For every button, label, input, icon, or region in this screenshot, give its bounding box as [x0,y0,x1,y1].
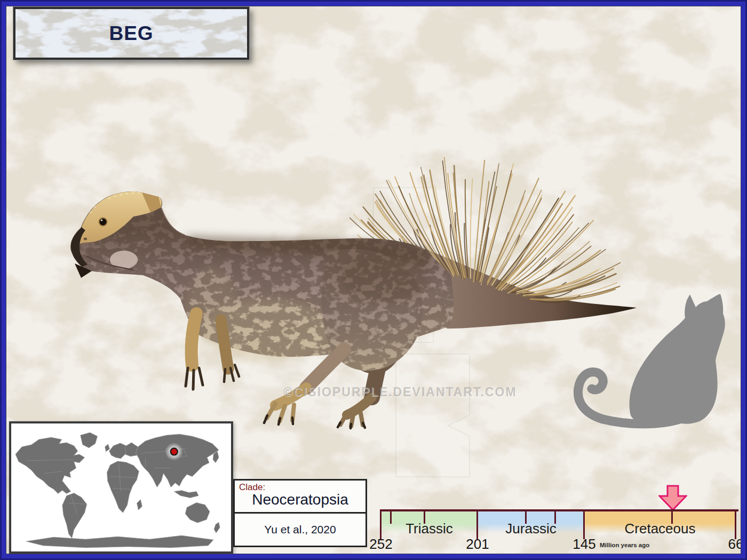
axis-label-145: 145 [573,536,595,553]
timeline-axis [380,509,738,511]
geologic-timeline: Triassic Jurassic Cretaceous 252 201 145… [375,483,747,557]
axis-unit-label: Million years ago [600,542,649,548]
page-title: BEG [109,22,153,45]
citation-text: Yu et al., 2020 [264,523,336,536]
marker-dot [171,448,178,455]
pointer-arrow-icon [658,485,687,511]
axis-label-201: 201 [466,536,489,553]
infographic-canvas: ©CISIOPURPLE.DEVIANTART.COM BEG [0,0,747,560]
nostril [84,238,87,241]
citation-section: Yu et al., 2020 [235,514,365,546]
clade-value: Neoceratopsia [239,491,361,508]
location-marker [165,443,183,461]
axis-label-252: 252 [369,536,392,553]
period-label-jurassic: Jurassic [478,521,584,535]
axis-label-66: 66 [728,536,744,553]
eye [100,219,107,226]
artist-watermark-text: ©CISIOPURPLE.DEVIANTART.COM [277,385,523,399]
clade-info-box: Clade: Neoceratopsia Yu et al., 2020 [233,479,367,547]
period-label-cretaceous: Cretaceous [584,521,736,535]
title-box: BEG [13,7,249,60]
clade-section: Clade: Neoceratopsia [235,481,365,514]
period-label-triassic: Triassic [381,521,478,535]
locator-map [9,421,233,554]
